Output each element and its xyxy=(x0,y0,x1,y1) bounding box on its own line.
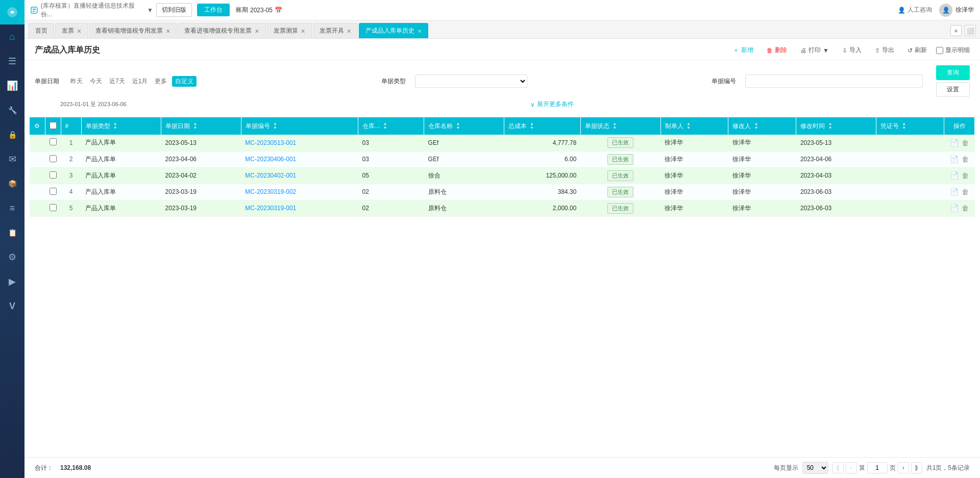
workbench-button[interactable]: 工作台 xyxy=(197,4,230,16)
td-check[interactable] xyxy=(45,200,61,216)
sidebar-item-version[interactable]: V xyxy=(1,295,23,317)
delete-row-icon[interactable]: 🗑 xyxy=(962,139,969,147)
select-all-checkbox[interactable] xyxy=(50,122,57,129)
refresh-button[interactable]: ↺ 刷新 xyxy=(903,44,931,57)
tab-close-all-button[interactable]: × xyxy=(950,25,962,36)
calendar-icon[interactable]: 📅 xyxy=(275,7,282,14)
import-button[interactable]: ⇩ 导入 xyxy=(838,44,866,57)
tab-product-instock[interactable]: 产成品入库单历史 × xyxy=(359,23,428,38)
row-checkbox[interactable] xyxy=(50,204,57,211)
sidebar-item-play[interactable]: ▶ xyxy=(1,270,23,293)
sidebar-item-list[interactable]: ≡ xyxy=(1,197,23,219)
td-check[interactable] xyxy=(45,151,61,167)
tab-sales-vat-close[interactable]: × xyxy=(166,28,170,35)
date-1month-btn[interactable]: 近1月 xyxy=(130,76,150,87)
filter-settings-button[interactable]: 设置 xyxy=(936,82,970,97)
row-checkbox[interactable] xyxy=(50,155,57,162)
tab-expand-button[interactable]: ⬜ xyxy=(965,25,976,36)
tab-purchase-vat[interactable]: 查看进项增值税专用发票 × xyxy=(178,23,265,38)
td-check[interactable] xyxy=(45,135,61,151)
user-menu[interactable]: 👤 徐泽华 xyxy=(939,4,974,17)
sidebar-item-home[interactable]: ⌂ xyxy=(1,26,23,48)
delete-button[interactable]: 🗑 删除 xyxy=(763,44,791,57)
tab-purchase-vat-close[interactable]: × xyxy=(255,28,259,35)
sidebar-item-warehouse[interactable]: 📦 xyxy=(1,172,23,195)
per-page-select[interactable]: 50 100 200 xyxy=(802,462,828,474)
row-checkbox[interactable] xyxy=(50,188,57,195)
sidebar-item-lock[interactable]: 🔒 xyxy=(1,123,23,146)
tab-home[interactable]: 首页 xyxy=(29,23,54,38)
edit-icon[interactable]: 📄 xyxy=(950,139,959,147)
edit-icon[interactable]: 📄 xyxy=(950,188,959,196)
export-icon: ⇧ xyxy=(875,47,880,54)
sidebar-item-mail[interactable]: ✉ xyxy=(1,148,23,170)
td-number[interactable]: MC-20230513-001 xyxy=(241,135,358,151)
tab-open-close[interactable]: × xyxy=(347,28,351,35)
page-number-input[interactable] xyxy=(867,462,888,473)
edit-icon[interactable]: 📄 xyxy=(950,171,959,180)
sidebar-item-tools[interactable]: 🔧 xyxy=(1,99,23,121)
td-modify-time: 2023-06-03 xyxy=(796,200,876,216)
th-number[interactable]: 单据编号 ▲▼ xyxy=(241,117,358,135)
query-button[interactable]: 查询 xyxy=(936,65,970,80)
date-7days-btn[interactable]: 近7天 xyxy=(107,76,127,87)
tab-calc-close[interactable]: × xyxy=(301,28,305,35)
date-yesterday-btn[interactable]: 昨天 xyxy=(68,76,85,87)
tab-calc[interactable]: 发票测算 × xyxy=(267,23,312,38)
show-detail-toggle[interactable]: 显示明细 xyxy=(936,46,970,55)
th-modifier[interactable]: 修改人 ▲▼ xyxy=(728,117,796,135)
first-page-button[interactable]: ⟪ xyxy=(832,462,844,473)
sidebar-item-order[interactable]: 📋 xyxy=(1,221,23,244)
td-number[interactable]: MC-20230319-001 xyxy=(241,200,358,216)
th-voucher[interactable]: 凭证号 ▲▼ xyxy=(876,117,944,135)
expand-filter-btn[interactable]: ∨ 展开更多条件 xyxy=(530,100,574,109)
row-checkbox[interactable] xyxy=(50,138,57,145)
tab-invoice-close[interactable]: × xyxy=(77,28,81,35)
th-date[interactable]: 单据日期 ▲▼ xyxy=(161,117,241,135)
td-check[interactable] xyxy=(45,167,61,184)
date-more-btn[interactable]: 更多 xyxy=(153,76,169,87)
th-warehouse-code[interactable]: 仓库... ▲▼ xyxy=(358,117,424,135)
sidebar-item-settings[interactable]: ⚙ xyxy=(1,246,23,268)
td-number[interactable]: MC-20230402-001 xyxy=(241,167,358,184)
last-page-button[interactable]: ⟫ xyxy=(911,462,922,473)
sidebar-item-chart[interactable]: 📊 xyxy=(1,74,23,97)
new-button[interactable]: ＋ 新增 xyxy=(729,44,757,57)
date-today-btn[interactable]: 今天 xyxy=(88,76,104,87)
delete-row-icon[interactable]: 🗑 xyxy=(962,188,969,196)
delete-row-icon[interactable]: 🗑 xyxy=(962,171,969,180)
type-filter-select[interactable] xyxy=(415,74,527,88)
th-check[interactable] xyxy=(45,117,61,135)
th-total-cost[interactable]: 总成本 ▲▼ xyxy=(504,117,580,135)
tab-open[interactable]: 发票开具 × xyxy=(313,23,358,38)
prev-page-button[interactable]: ‹ xyxy=(846,462,857,473)
date-custom-btn[interactable]: 自定义 xyxy=(172,76,197,87)
th-warehouse-name[interactable]: 仓库名称 ▲▼ xyxy=(424,117,504,135)
th-modify-time[interactable]: 修改时间 ▲▼ xyxy=(796,117,876,135)
row-checkbox[interactable] xyxy=(50,171,57,179)
tab-product-instock-close[interactable]: × xyxy=(418,28,422,35)
td-check[interactable] xyxy=(45,184,61,200)
switch-version-button[interactable]: 切到旧版 xyxy=(156,3,192,17)
th-creator[interactable]: 制单人 ▲▼ xyxy=(660,117,728,135)
company-dropdown-icon[interactable]: ▼ xyxy=(147,7,153,14)
td-number[interactable]: MC-20230319-002 xyxy=(241,184,358,200)
tab-sales-vat[interactable]: 查看销项增值税专用发票 × xyxy=(89,23,177,38)
sidebar-item-docs[interactable]: ☰ xyxy=(1,50,23,72)
edit-icon[interactable]: 📄 xyxy=(950,204,959,212)
next-page-button[interactable]: › xyxy=(898,462,909,473)
help-button[interactable]: 👤 人工咨询 xyxy=(898,6,932,14)
export-button[interactable]: ⇧ 导出 xyxy=(871,44,898,57)
company-name[interactable]: (库存核算）直播轻捷通信息技术股份... ▼ xyxy=(31,2,153,19)
show-detail-checkbox[interactable] xyxy=(936,47,943,54)
edit-icon[interactable]: 📄 xyxy=(950,155,959,163)
print-button[interactable]: 🖨 打印 ▼ xyxy=(796,44,833,57)
th-settings[interactable]: ⚙ xyxy=(30,117,45,135)
delete-row-icon[interactable]: 🗑 xyxy=(962,204,969,212)
delete-row-icon[interactable]: 🗑 xyxy=(962,155,969,163)
th-status[interactable]: 单据状态 ▲▼ xyxy=(580,117,660,135)
td-number[interactable]: MC-20230406-001 xyxy=(241,151,358,167)
no-filter-input[interactable] xyxy=(745,74,923,88)
tab-invoice[interactable]: 发票 × xyxy=(55,23,88,38)
th-type[interactable]: 单据类型 ▲▼ xyxy=(81,117,161,135)
